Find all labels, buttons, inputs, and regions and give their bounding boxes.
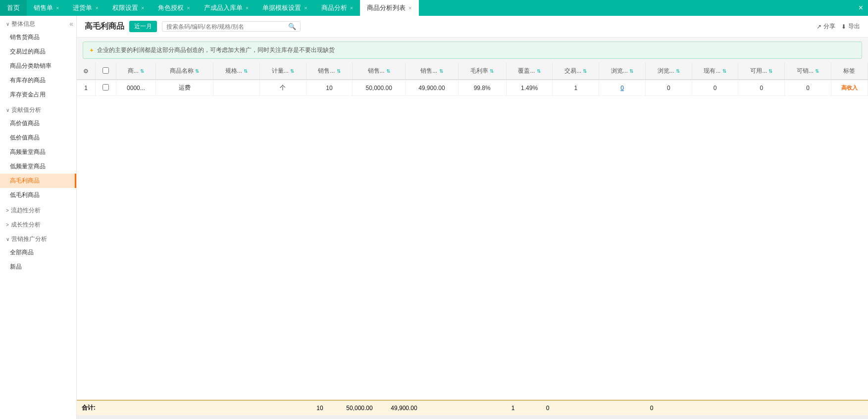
col-header-sales_amount[interactable]: 销售... ⇅: [353, 63, 406, 80]
sidebar-group-growth[interactable]: > 成长性分析: [0, 217, 76, 231]
sidebar-item-in-stock[interactable]: 有库存的商品: [0, 73, 76, 88]
col-header-name[interactable]: 商品名称 ⇅: [155, 63, 213, 80]
nav-tab-permission-settings[interactable]: 权限设置×: [105, 0, 151, 16]
col-header-unit[interactable]: 计量... ⇅: [259, 63, 306, 80]
sidebar-item-low-margin[interactable]: 低毛利商品: [0, 188, 76, 202]
col-header-gross_margin[interactable]: 毛利率 ⇅: [458, 63, 506, 80]
sort-icon: ⇅: [815, 68, 819, 74]
row-checkbox[interactable]: [96, 80, 116, 96]
nav-tab-home[interactable]: 首页: [0, 0, 27, 16]
col-header-checkbox: [96, 63, 116, 80]
row-coverage: 1.49%: [506, 80, 553, 96]
arrow-icon: >: [6, 208, 9, 213]
col-header-sellable[interactable]: 可销... ⇅: [785, 63, 831, 80]
sidebar-group-financial[interactable]: ∨ 贡献值分析: [0, 102, 76, 116]
nav-tab-template-settings[interactable]: 单据模板设置×: [255, 0, 314, 16]
close-tab-template-settings[interactable]: ×: [304, 5, 307, 11]
arrow-icon: ∨: [6, 236, 9, 242]
arrow-icon: ∨: [6, 21, 9, 27]
data-table: ⚙商... ⇅商品名称 ⇅规格... ⇅计量... ⇅销售... ⇅销售... …: [77, 63, 868, 96]
sidebar-item-hot-products[interactable]: 销售货商品: [0, 30, 76, 45]
sidebar-group-overall[interactable]: ∨ 整体信息: [0, 16, 76, 30]
nav-tab-product-analysis[interactable]: 商品分析×: [314, 0, 360, 16]
footer-cell-10: 0: [530, 405, 565, 412]
search-icon[interactable]: 🔍: [288, 23, 296, 30]
sort-icon: ⇅: [337, 68, 341, 74]
footer-cell-9: 1: [496, 405, 530, 412]
sidebar-toggle[interactable]: «: [69, 20, 73, 28]
footer-total-row: 合计:1050,000.0049,900.00100: [77, 400, 868, 415]
search-box: 🔍: [162, 21, 301, 32]
sidebar-item-new-products[interactable]: 新品: [0, 260, 76, 274]
browse-link[interactable]: 0: [620, 85, 624, 92]
col-header-browse1[interactable]: 浏览... ⇅: [599, 63, 646, 80]
export-icon: ⬇: [841, 23, 846, 30]
select-all-checkbox[interactable]: [102, 67, 109, 74]
close-tab-permission-settings[interactable]: ×: [141, 5, 144, 11]
sidebar-item-category-assist[interactable]: 商品分类助销率: [0, 59, 76, 73]
sort-icon: ⇅: [244, 68, 248, 74]
footer-cell-6: 49,900.00: [382, 405, 426, 412]
sort-icon: ⇅: [490, 68, 494, 74]
sidebar-item-low-value[interactable]: 低价值商品: [0, 131, 76, 145]
share-button[interactable]: ↗ 分享: [817, 22, 835, 31]
sort-icon: ⇅: [583, 68, 587, 74]
sidebar-group-trend[interactable]: > 流趋性分析: [0, 202, 76, 217]
sort-icon: ⇅: [195, 68, 199, 74]
col-header-available[interactable]: 可用... ⇅: [738, 63, 785, 80]
sort-icon: ⇅: [676, 68, 680, 74]
close-tab-product-analysis[interactable]: ×: [350, 5, 353, 11]
row-name: 运费: [155, 80, 213, 96]
nav-tab-product-analysis-list[interactable]: 商品分析列表×: [360, 0, 418, 16]
row-browse1[interactable]: 0: [599, 80, 646, 96]
row-browse2: 0: [645, 80, 692, 96]
nav-tab-role-permission[interactable]: 角色授权×: [151, 0, 197, 16]
sidebar-item-all-products[interactable]: 全部商品: [0, 245, 76, 260]
close-tab-purchase-order[interactable]: ×: [95, 5, 98, 11]
filter-button[interactable]: 近一月: [129, 21, 157, 32]
sidebar-item-low-vol-high-margin[interactable]: 低频量堂商品: [0, 159, 76, 174]
col-header-code[interactable]: 商... ⇅: [116, 63, 156, 80]
row-sellable: 0: [785, 80, 831, 96]
sidebar-item-capital-usage[interactable]: 库存资金占用: [0, 88, 76, 102]
info-icon: ✦: [89, 47, 94, 54]
col-header-sales_qty[interactable]: 销售... ⇅: [306, 63, 353, 80]
row-trade-count: 1: [553, 80, 599, 96]
settings-icon[interactable]: ⚙: [83, 68, 89, 75]
row-spec: [213, 80, 260, 96]
sidebar-group-marketing[interactable]: ∨ 营销推广分析: [0, 231, 76, 245]
col-header-sales_cost[interactable]: 销售... ⇅: [406, 63, 459, 80]
row-code: 0000...: [116, 80, 156, 96]
search-input[interactable]: [166, 23, 288, 30]
close-tab-product-analysis-list[interactable]: ×: [408, 5, 411, 11]
table-row: 10000...运费个1050,000.0049,900.0099.8%1.49…: [77, 80, 868, 96]
footer-cell-5: 50,000.00: [337, 405, 382, 412]
nav-tab-product-entry[interactable]: 产成品入库单×: [197, 0, 255, 16]
close-tab-sales-order[interactable]: ×: [56, 5, 59, 11]
header-actions: ↗ 分享 ⬇ 导出: [817, 22, 860, 31]
sort-icon: ⇅: [722, 68, 726, 74]
close-tab-product-entry[interactable]: ×: [246, 5, 249, 11]
bottom-scrollbar[interactable]: [77, 415, 868, 419]
nav-tab-sales-order[interactable]: 销售单×: [27, 0, 66, 16]
col-header-spec[interactable]: 规格... ⇅: [213, 63, 260, 80]
share-icon: ↗: [817, 23, 821, 30]
export-button[interactable]: ⬇ 导出: [841, 22, 860, 31]
sidebar-item-high-margin[interactable]: 高毛利商品: [0, 174, 76, 188]
close-tab-role-permission[interactable]: ×: [187, 5, 190, 11]
nav-tab-purchase-order[interactable]: 进货单×: [66, 0, 105, 16]
sort-icon: ⇅: [537, 68, 541, 74]
top-nav: 首页销售单×进货单×权限设置×角色授权×产成品入库单×单据模板设置×商品分析×商…: [0, 0, 868, 16]
col-header-coverage[interactable]: 覆盖... ⇅: [506, 63, 553, 80]
row-checkbox-input[interactable]: [102, 84, 109, 91]
sidebar-item-high-vol-high-margin[interactable]: 高频量堂商品: [0, 145, 76, 159]
col-header-in_stock[interactable]: 现有... ⇅: [692, 63, 738, 80]
sort-icon: ⇅: [290, 68, 294, 74]
col-header-browse2[interactable]: 浏览... ⇅: [645, 63, 692, 80]
row-sales-qty: 10: [306, 80, 353, 96]
close-all-tabs[interactable]: ×: [854, 0, 868, 16]
col-header-trade_count[interactable]: 交易... ⇅: [553, 63, 599, 80]
sidebar-item-traded-products[interactable]: 交易过的商品: [0, 45, 76, 59]
sidebar-item-high-value[interactable]: 高价值商品: [0, 116, 76, 131]
footer-cell-4: 10: [303, 405, 337, 412]
